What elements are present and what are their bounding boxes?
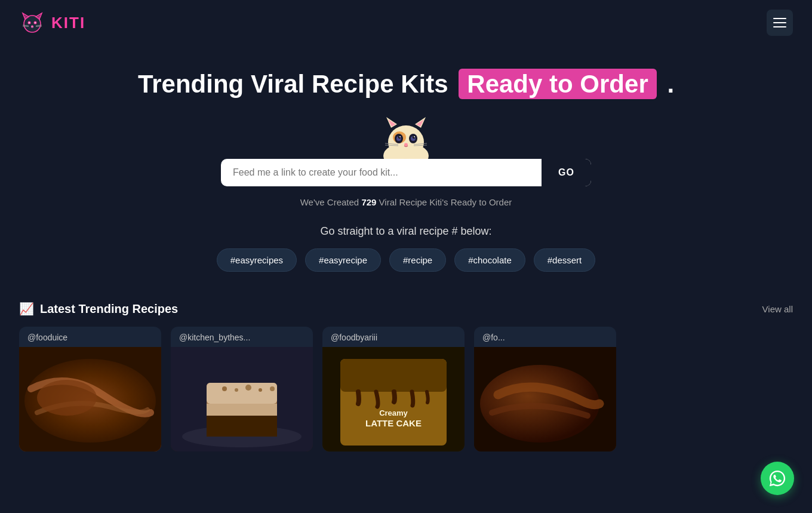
recipe-count: 729 <box>361 197 376 207</box>
menu-button[interactable] <box>767 10 793 36</box>
logo-text: KITI <box>51 14 85 32</box>
trending-title: Latest Trending Recipes <box>40 302 178 316</box>
svg-point-29 <box>404 143 408 146</box>
recipe-card-4[interactable]: @fo... <box>474 327 616 451</box>
svg-point-8 <box>35 22 36 23</box>
svg-point-47 <box>245 385 251 391</box>
svg-point-9 <box>31 26 33 27</box>
hashtag-dessert[interactable]: #dessert <box>534 248 596 272</box>
menu-icon-line <box>773 22 786 23</box>
recipe-card-3[interactable]: @foodbyariii Creamy LATTE CAKE <box>322 327 465 451</box>
trending-up-icon: 📈 <box>19 302 34 316</box>
logo-area: KITI <box>19 10 85 36</box>
recipe-cards: @fooduice <box>19 327 793 451</box>
cat-mascot <box>373 111 439 165</box>
svg-point-15 <box>388 125 424 159</box>
svg-point-49 <box>270 386 275 391</box>
recipe-card-1[interactable]: @fooduice <box>19 327 161 451</box>
card-username-1: @fooduice <box>19 327 161 347</box>
search-box: GO <box>221 159 591 186</box>
title-prefix: Trending Viral Recipe Kits <box>138 70 448 98</box>
search-input[interactable] <box>221 159 542 186</box>
logo-cat-icon <box>19 10 45 36</box>
go-button[interactable]: GO <box>542 159 591 186</box>
hashtag-easyrecipes[interactable]: #easyrecipes <box>217 248 297 272</box>
card-username-3: @foodbyariii <box>322 327 465 347</box>
whatsapp-button[interactable] <box>761 462 794 495</box>
hashtag-label: Go straight to a viral recipe # below: <box>320 225 491 238</box>
header: KITI <box>0 0 812 45</box>
recipe-card-2[interactable]: @kitchen_bythes... <box>171 327 313 451</box>
hashtag-chocolate[interactable]: #chocolate <box>454 248 525 272</box>
hashtag-recipe[interactable]: #recipe <box>389 248 446 272</box>
trending-header: 📈 Latest Trending Recipes View all <box>19 302 793 316</box>
svg-point-27 <box>399 136 401 137</box>
hashtag-list: #easyrecipes #easyrecipe #recipe #chocol… <box>217 248 596 272</box>
subtitle: We've Created 729 Viral Recipe Kiti's Re… <box>300 197 512 207</box>
svg-rect-52 <box>340 359 447 392</box>
view-all-link[interactable]: View all <box>762 304 793 314</box>
hashtag-easyrecipe[interactable]: #easyrecipe <box>305 248 381 272</box>
card-username-2: @kitchen_bythes... <box>171 327 313 347</box>
svg-text:Creamy: Creamy <box>379 408 408 417</box>
card-image-2 <box>171 347 313 451</box>
whatsapp-icon <box>768 469 786 487</box>
menu-icon-line <box>773 26 786 27</box>
title-highlight: Ready to Order <box>459 69 656 99</box>
svg-point-38 <box>37 380 97 416</box>
svg-rect-42 <box>207 383 277 404</box>
svg-line-11 <box>23 26 29 27</box>
hero-title: Trending Viral Recipe Kits Ready to Orde… <box>138 69 674 99</box>
subtitle-prefix: We've Created <box>300 197 359 207</box>
card-username-4: @fo... <box>474 327 616 347</box>
svg-point-45 <box>222 386 227 391</box>
trending-title-row: 📈 Latest Trending Recipes <box>19 302 178 316</box>
hero-section: Trending Viral Recipe Kits Ready to Orde… <box>0 45 812 284</box>
svg-rect-44 <box>207 404 277 416</box>
menu-icon-line <box>773 18 786 19</box>
svg-point-46 <box>235 388 238 392</box>
card-image-3: Creamy LATTE CAKE <box>322 347 465 451</box>
hashtag-section: Go straight to a viral recipe # below: #… <box>217 225 596 272</box>
card-image-1 <box>19 347 161 451</box>
svg-line-13 <box>36 26 42 27</box>
svg-point-48 <box>259 388 262 392</box>
svg-point-28 <box>414 136 415 137</box>
subtitle-suffix: Viral Recipe Kiti's Ready to Order <box>379 197 512 207</box>
title-suffix: . <box>667 70 674 98</box>
trending-section: 📈 Latest Trending Recipes View all @food… <box>0 284 812 451</box>
card-image-4 <box>474 347 616 451</box>
svg-point-7 <box>29 22 30 23</box>
svg-text:LATTE CAKE: LATTE CAKE <box>365 418 422 428</box>
search-container: GO <box>221 159 591 186</box>
svg-rect-43 <box>207 416 277 437</box>
